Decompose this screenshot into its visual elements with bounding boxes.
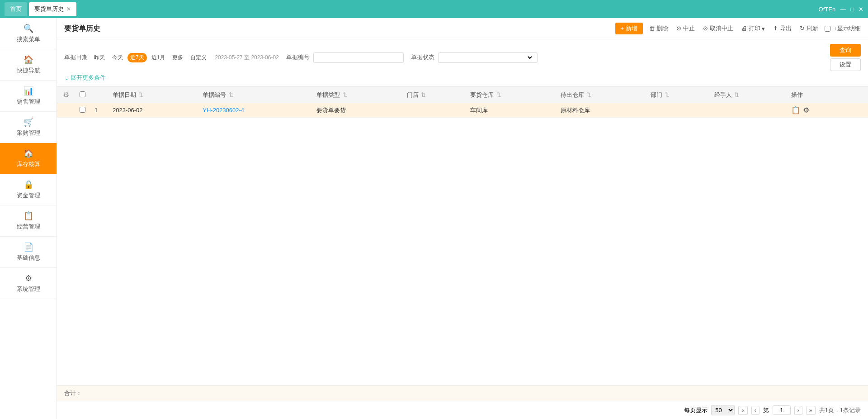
sidebar-item-inventory-calc[interactable]: 🏠 库存核算	[0, 143, 57, 174]
th-store[interactable]: 门店 ⇅	[402, 87, 466, 103]
row-doc-number[interactable]: YH-20230602-4	[198, 103, 312, 118]
print-label: 🖨 打印	[741, 24, 761, 33]
maximize-icon[interactable]: □	[850, 6, 854, 13]
th-doc-type[interactable]: 单据类型 ⇅	[312, 87, 402, 103]
th-doc-date[interactable]: 单据日期 ⇅	[108, 87, 198, 103]
settings-button[interactable]: 设置	[830, 58, 861, 71]
filter-row-1: 单据日期 昨天 今天 近7天 近1月 更多 自定义 2023-05-27 至 2…	[64, 44, 861, 71]
sys-mgmt-icon: ⚙	[25, 273, 32, 283]
refresh-button[interactable]: ↻ 刷新	[798, 24, 820, 33]
delete-button[interactable]: 🗑 删除	[647, 24, 670, 33]
display-detail-label: □ 显示明细	[832, 24, 861, 33]
tab-close-icon[interactable]: ✕	[66, 6, 71, 12]
doc-number-label: 单据编号	[286, 53, 310, 62]
row-actions-cell: 📋 ⚙	[787, 103, 868, 118]
th-checkbox	[75, 87, 90, 103]
next-page-button[interactable]: ›	[794, 406, 802, 415]
print-button[interactable]: 🖨 打印 ▾	[740, 24, 767, 33]
doc-number-link[interactable]: YH-20230602-4	[203, 107, 244, 114]
date-range-display: 2023-05-27 至 2023-06-02	[215, 54, 278, 62]
close-window-icon[interactable]: ✕	[859, 6, 863, 13]
select-all-checkbox[interactable]	[80, 91, 85, 97]
doc-status-select[interactable]	[442, 54, 533, 62]
sidebar-item-finance-mgmt[interactable]: 🔒 资金管理	[0, 174, 57, 205]
doc-number-input[interactable]	[313, 52, 404, 63]
basic-info-icon: 📄	[24, 242, 33, 252]
department-sort-icon: ⇅	[665, 91, 670, 98]
sidebar-item-ops-mgmt[interactable]: 📋 经营管理	[0, 205, 57, 237]
date-pill-last7days[interactable]: 近7天	[127, 53, 147, 62]
action-buttons: 查询 设置	[830, 44, 861, 71]
toolbar: + 新增 🗑 删除 ⊘ 中止 ⊘ 取消中止 🖨 打印 ▾ ⬆ 导出 ↻ 刷新 □…	[615, 23, 861, 34]
table-row: 1 2023-06-02 YH-20230602-4 要货单要货	[57, 103, 868, 118]
th-department[interactable]: 部门 ⇅	[646, 87, 710, 103]
doc-status-select-wrapper	[438, 52, 538, 63]
sidebar-item-search-menu[interactable]: 🔍 搜索菜单	[0, 18, 57, 49]
search-menu-icon: 🔍	[24, 24, 33, 33]
tab-home-label: 首页	[10, 5, 22, 13]
sidebar-label-quick-nav: 快捷导航	[17, 67, 40, 75]
sidebar-item-basic-info[interactable]: 📄 基础信息	[0, 237, 57, 268]
sidebar-item-quick-nav[interactable]: 🏠 快捷导航	[0, 49, 57, 81]
date-pill-more[interactable]: 更多	[170, 53, 186, 62]
page-number-input[interactable]	[773, 405, 791, 415]
prev-page-button[interactable]: ‹	[751, 406, 760, 415]
print-dropdown-icon[interactable]: ▾	[762, 25, 765, 32]
tab-home[interactable]: 首页	[5, 2, 27, 16]
doc-number-sort-icon: ⇅	[229, 91, 234, 98]
sidebar-item-purchase-mgmt[interactable]: 🛒 采购管理	[0, 112, 57, 143]
export-button[interactable]: ⬆ 导出	[771, 24, 793, 33]
query-button[interactable]: 查询	[830, 44, 861, 57]
sidebar-label-ops-mgmt: 经营管理	[17, 223, 40, 231]
row-more-button[interactable]: ⚙	[803, 106, 809, 114]
th-doc-number[interactable]: 单据编号 ⇅	[198, 87, 312, 103]
th-req-warehouse[interactable]: 要货仓库 ⇅	[466, 87, 556, 103]
th-pending-warehouse[interactable]: 待出仓库 ⇅	[556, 87, 646, 103]
top-bar: 首页 要货单历史 ✕ OfTEn — □ ✕	[0, 0, 868, 18]
date-pill-last1month[interactable]: 近1月	[149, 53, 168, 62]
new-button[interactable]: + 新增	[615, 23, 643, 34]
date-pills: 昨天 今天 近7天 近1月 更多 自定义	[91, 53, 209, 62]
row-settings-cell	[57, 103, 75, 118]
minimize-icon[interactable]: —	[840, 6, 846, 13]
table-header-row: ⚙ 单据日期 ⇅ 单据编号 ⇅	[57, 87, 868, 103]
display-detail-checkbox[interactable]	[825, 26, 830, 32]
summary-label: 合计：	[64, 389, 82, 397]
expand-icon: ⌄	[64, 75, 69, 81]
date-pill-yesterday[interactable]: 昨天	[91, 53, 108, 62]
stop-button[interactable]: ⊘ 中止	[675, 24, 697, 33]
date-pill-today[interactable]: 今天	[109, 53, 126, 62]
per-page-select[interactable]: 20 50 100	[711, 405, 735, 415]
last-page-button[interactable]: »	[806, 406, 816, 415]
th-seq	[90, 87, 108, 103]
sidebar-item-sales-mgmt[interactable]: 📊 销售管理	[0, 81, 57, 112]
row-checkbox-cell	[75, 103, 90, 118]
sidebar-label-purchase-mgmt: 采购管理	[17, 129, 40, 137]
column-settings-icon[interactable]: ⚙	[63, 91, 69, 99]
row-req-warehouse: 车间库	[466, 103, 556, 118]
row-checkbox[interactable]	[80, 107, 85, 113]
display-detail-toggle[interactable]: □ 显示明细	[825, 24, 861, 33]
page-title: 要货单历史	[64, 24, 615, 33]
pagination-bar: 每页显示 20 50 100 « ‹ 第 › » 共1页，1条记录	[57, 401, 868, 419]
row-seq: 1	[90, 103, 108, 118]
sidebar: 🔍 搜索菜单 🏠 快捷导航 📊 销售管理 🛒 采购管理 🏠 库存核算 🔒 资金管…	[0, 18, 57, 419]
table-area: ⚙ 单据日期 ⇅ 单据编号 ⇅	[57, 87, 868, 385]
sidebar-item-sys-mgmt[interactable]: ⚙ 系统管理	[0, 268, 57, 299]
date-pill-custom[interactable]: 自定义	[188, 53, 209, 62]
req-warehouse-sort-icon: ⇅	[496, 91, 501, 98]
sidebar-label-sys-mgmt: 系统管理	[17, 285, 40, 293]
sidebar-label-finance-mgmt: 资金管理	[17, 191, 40, 200]
cancel-stop-button[interactable]: ⊘ 取消中止	[701, 24, 735, 33]
page-label: 第	[763, 406, 769, 414]
row-edit-button[interactable]: 📋	[791, 106, 800, 114]
row-department	[646, 103, 710, 118]
doc-type-sort-icon: ⇅	[343, 91, 348, 98]
tab-requisition-history[interactable]: 要货单历史 ✕	[29, 2, 76, 16]
purchase-mgmt-icon: 🛒	[24, 117, 33, 127]
finance-mgmt-icon: 🔒	[24, 180, 33, 190]
th-settings: ⚙	[57, 87, 75, 103]
first-page-button[interactable]: «	[738, 406, 748, 415]
th-handler[interactable]: 经手人 ⇅	[710, 87, 787, 103]
expand-more[interactable]: ⌄ 展开更多条件	[64, 74, 861, 82]
